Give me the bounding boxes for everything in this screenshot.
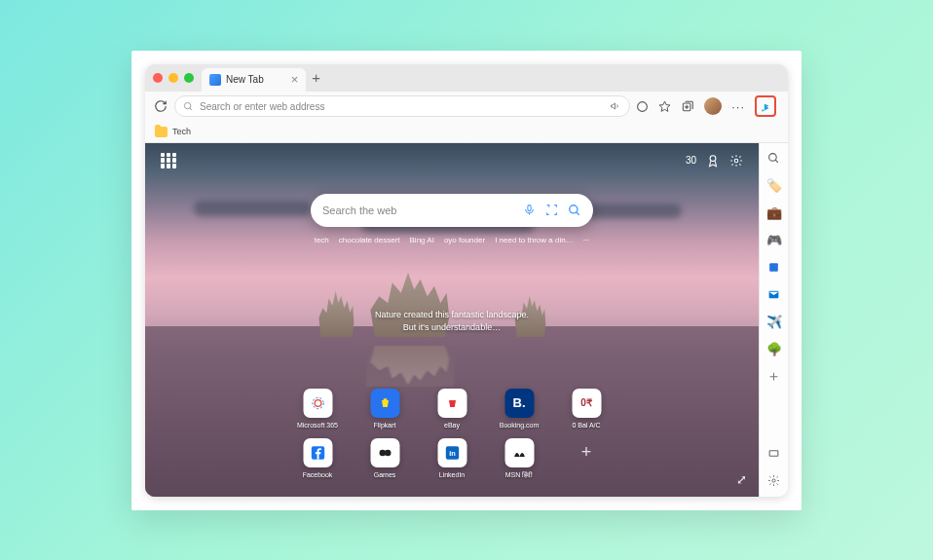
bookmarks-bar: Tech bbox=[145, 122, 788, 143]
trending-searches: tech chocolate dessert Bing AI oyo found… bbox=[311, 236, 593, 244]
maximize-window-button[interactable] bbox=[184, 73, 194, 83]
toolbar: Search or enter web address ··· bbox=[145, 92, 788, 122]
quicklink-ebay[interactable]: eBay bbox=[437, 389, 466, 429]
search-box[interactable]: Search the web bbox=[311, 194, 593, 227]
trending-more[interactable]: ··· bbox=[583, 236, 590, 244]
sidebar-search[interactable] bbox=[766, 151, 782, 167]
trending-item[interactable]: tech bbox=[315, 236, 329, 244]
sidebar-tools[interactable]: 💼 bbox=[766, 205, 782, 221]
new-tab-button[interactable]: + bbox=[312, 69, 320, 86]
svg-rect-5 bbox=[528, 205, 531, 211]
apps-launcher-button[interactable] bbox=[161, 153, 176, 168]
sidebar-hide[interactable] bbox=[766, 446, 782, 462]
tab-close-button[interactable]: × bbox=[291, 73, 299, 86]
quick-links-grid: Microsoft 365 Flipkart eBay B. Booking.c… bbox=[291, 389, 614, 479]
quicklink-facebook[interactable]: Facebook bbox=[303, 438, 333, 479]
svg-point-14 bbox=[769, 154, 777, 162]
quicklink-microsoft365[interactable]: Microsoft 365 bbox=[297, 389, 338, 429]
svg-point-1 bbox=[638, 101, 648, 111]
quicklink-linkedin[interactable]: in LinkedIn bbox=[437, 438, 466, 479]
browser-tab[interactable]: New Tab × bbox=[202, 68, 306, 92]
trending-item[interactable]: chocolate dessert bbox=[339, 236, 400, 244]
quicklink-add[interactable]: + bbox=[572, 438, 601, 479]
svg-text:in: in bbox=[449, 449, 456, 458]
folder-icon bbox=[155, 127, 168, 137]
bookmark-item[interactable]: Tech bbox=[172, 127, 191, 136]
more-button[interactable]: ··· bbox=[731, 99, 745, 114]
quicklink-msn[interactable]: MSN हिंदी bbox=[504, 438, 534, 479]
search-placeholder: Search the web bbox=[322, 205, 515, 216]
read-aloud-icon[interactable] bbox=[610, 100, 621, 112]
profile-button[interactable] bbox=[704, 97, 722, 115]
edge-sidebar: 🏷️ 💼 🎮 ✈️ 🌳 ＋ bbox=[759, 143, 788, 497]
svg-point-6 bbox=[570, 205, 578, 212]
trending-item[interactable]: I need to throw a din… bbox=[495, 236, 574, 244]
caption-line2: But it's understandable… bbox=[375, 321, 529, 334]
quicklink-games[interactable]: Games bbox=[370, 438, 399, 479]
tab-title: New Tab bbox=[226, 74, 264, 85]
quicklink-booking[interactable]: B. Booking.com bbox=[500, 389, 539, 429]
sidebar-settings[interactable] bbox=[766, 473, 782, 489]
collections-button[interactable] bbox=[681, 99, 694, 113]
sidebar-outlook[interactable] bbox=[766, 287, 782, 303]
window-controls bbox=[153, 73, 194, 83]
tab-favicon-icon bbox=[209, 74, 221, 86]
svg-point-11 bbox=[384, 449, 391, 456]
sidebar-drop[interactable]: ✈️ bbox=[766, 315, 782, 330]
svg-point-3 bbox=[710, 155, 716, 161]
svg-rect-15 bbox=[769, 263, 778, 272]
trending-item[interactable]: Bing AI bbox=[410, 236, 434, 244]
trending-item[interactable]: oyo founder bbox=[444, 236, 485, 244]
svg-point-0 bbox=[184, 102, 190, 108]
favorite-button[interactable] bbox=[658, 100, 671, 113]
rewards-icon[interactable] bbox=[706, 154, 720, 168]
expand-button[interactable]: ⤢ bbox=[736, 472, 747, 487]
caption-line1: Nature created this fantastic landscape. bbox=[375, 309, 529, 321]
bing-icon bbox=[759, 99, 772, 113]
new-tab-content: 30 Search the web tech chocolate des bbox=[145, 143, 759, 497]
rewards-count[interactable]: 30 bbox=[686, 155, 696, 166]
svg-rect-17 bbox=[769, 451, 778, 456]
close-window-button[interactable] bbox=[153, 73, 163, 83]
address-bar-placeholder: Search or enter web address bbox=[200, 101, 604, 112]
titlebar: New Tab × + bbox=[145, 64, 788, 92]
address-bar[interactable]: Search or enter web address bbox=[174, 95, 630, 117]
minimize-window-button[interactable] bbox=[168, 73, 178, 83]
svg-point-7 bbox=[315, 399, 321, 406]
reload-button[interactable] bbox=[153, 98, 168, 114]
sidebar-office[interactable] bbox=[766, 260, 782, 276]
sidebar-games[interactable]: 🎮 bbox=[766, 233, 782, 248]
sidebar-shopping[interactable]: 🏷️ bbox=[766, 178, 782, 194]
bing-chat-button[interactable] bbox=[755, 95, 776, 117]
svg-point-18 bbox=[772, 479, 775, 482]
image-search-icon[interactable] bbox=[545, 204, 558, 216]
voice-search-icon[interactable] bbox=[523, 204, 536, 216]
svg-point-4 bbox=[734, 159, 738, 163]
quicklink-balance[interactable]: 0₹ 0 Bal A/C bbox=[572, 389, 601, 429]
browser-window: New Tab × + Search or enter web address … bbox=[145, 64, 788, 497]
page-settings-button[interactable] bbox=[729, 154, 743, 168]
search-icon bbox=[183, 101, 194, 112]
sidebar-add[interactable]: ＋ bbox=[766, 369, 782, 385]
sync-icon[interactable] bbox=[636, 100, 649, 113]
quicklink-flipkart[interactable]: Flipkart bbox=[370, 389, 399, 429]
background-caption[interactable]: Nature created this fantastic landscape.… bbox=[375, 309, 529, 333]
search-submit-icon[interactable] bbox=[568, 204, 581, 217]
sidebar-eco[interactable]: 🌳 bbox=[766, 342, 782, 357]
